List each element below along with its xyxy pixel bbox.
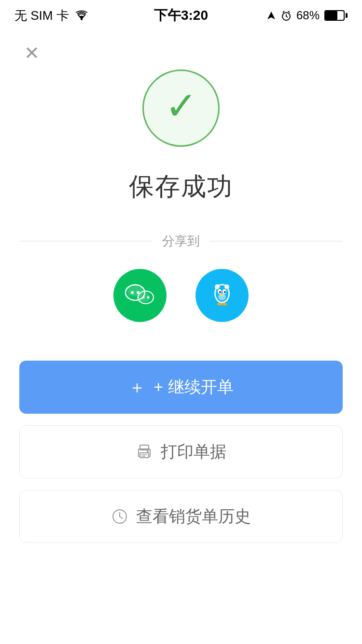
close-icon: ✕ <box>24 44 40 62</box>
svg-line-32 <box>120 517 123 518</box>
success-title: 保存成功 <box>129 170 233 204</box>
continue-button[interactable]: ＋ + 继续开单 <box>19 361 343 414</box>
print-icon <box>136 443 153 461</box>
battery-percent: 68% <box>296 9 320 22</box>
svg-point-17 <box>224 291 226 293</box>
share-icons-row <box>113 269 249 322</box>
status-carrier: 无 SIM 卡 <box>14 7 88 24</box>
svg-point-29 <box>147 450 149 452</box>
location-icon <box>266 11 276 20</box>
svg-point-21 <box>222 303 227 306</box>
svg-point-19 <box>218 294 226 300</box>
main-content: ✕ ✓ 保存成功 分享到 <box>0 31 362 644</box>
close-button[interactable]: ✕ <box>19 41 44 66</box>
divider-right <box>209 241 343 241</box>
divider-left <box>19 241 153 241</box>
share-label: 分享到 <box>162 233 200 250</box>
alarm-icon <box>281 10 292 21</box>
print-label: 打印单据 <box>161 441 226 463</box>
svg-point-23 <box>224 284 229 289</box>
continue-label: + 继续开单 <box>153 376 233 398</box>
wifi-icon <box>75 10 88 21</box>
svg-point-0 <box>81 18 83 20</box>
svg-line-5 <box>288 11 290 13</box>
wechat-icon <box>125 283 155 308</box>
status-bar: 无 SIM 卡 下午3:20 68% <box>0 0 362 31</box>
history-button[interactable]: 查看销货单历史 <box>19 490 343 543</box>
qq-share-button[interactable] <box>195 269 249 322</box>
svg-point-20 <box>217 303 222 306</box>
action-buttons: ＋ + 继续开单 打印单据 查看销货单历史 <box>19 361 343 543</box>
status-indicators: 68% <box>266 9 348 22</box>
history-label: 查看销货单历史 <box>136 505 251 528</box>
wechat-share-button[interactable] <box>113 269 167 322</box>
checkmark-icon: ✓ <box>165 87 197 126</box>
battery-icon <box>324 10 348 21</box>
print-button[interactable]: 打印单据 <box>19 425 343 478</box>
carrier-text: 无 SIM 卡 <box>14 7 69 24</box>
qq-icon <box>207 280 237 311</box>
success-icon-circle: ✓ <box>142 70 220 147</box>
svg-line-4 <box>283 11 284 13</box>
continue-icon: ＋ <box>128 376 146 399</box>
svg-point-16 <box>219 291 221 293</box>
clock-icon <box>111 508 128 525</box>
svg-rect-26 <box>140 453 149 458</box>
status-time: 下午3:20 <box>154 6 208 25</box>
share-section: 分享到 <box>19 233 343 322</box>
svg-point-22 <box>215 284 220 289</box>
svg-line-3 <box>286 16 288 17</box>
share-divider: 分享到 <box>19 233 343 250</box>
